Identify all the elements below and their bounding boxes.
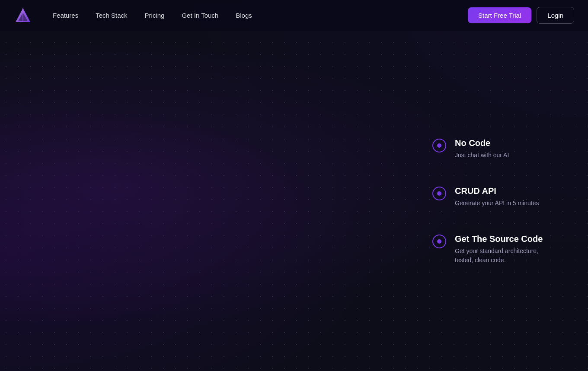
feature-crud-api: CRUD API Generate your API in 5 minutes	[432, 186, 567, 208]
nav-item-tech-stack[interactable]: Tech Stack	[96, 12, 127, 19]
logo-icon	[14, 6, 32, 25]
features-panel: No Code Just chat with our AI CRUD API G…	[424, 31, 588, 371]
no-code-description: Just chat with our AI	[455, 151, 509, 160]
crud-api-icon-wrap	[432, 187, 446, 200]
no-code-text: No Code Just chat with our AI	[455, 138, 509, 160]
crud-api-description: Generate your API in 5 minutes	[455, 199, 539, 208]
crud-api-title: CRUD API	[455, 186, 539, 196]
hero-panel	[0, 31, 424, 371]
source-code-description: Get your standard architecture, tested, …	[455, 247, 554, 265]
no-code-title: No Code	[455, 138, 509, 148]
nav-actions: Start Free Trial Login	[468, 7, 574, 24]
source-code-icon-inner	[437, 239, 441, 244]
feature-no-code: No Code Just chat with our AI	[432, 138, 567, 160]
source-code-text: Get The Source Code Get your standard ar…	[455, 234, 554, 265]
nav-item-pricing[interactable]: Pricing	[145, 12, 165, 19]
feature-source-code: Get The Source Code Get your standard ar…	[432, 234, 567, 265]
nav-item-get-in-touch[interactable]: Get In Touch	[182, 12, 218, 19]
nav-item-blogs[interactable]: Blogs	[236, 12, 252, 19]
source-code-icon-wrap	[432, 235, 446, 248]
crud-api-icon-inner	[437, 191, 441, 196]
source-code-icon	[432, 235, 446, 248]
nav-item-features[interactable]: Features	[53, 12, 78, 19]
crud-api-text: CRUD API Generate your API in 5 minutes	[455, 186, 539, 208]
no-code-icon	[432, 139, 446, 152]
main-content: No Code Just chat with our AI CRUD API G…	[0, 31, 588, 371]
login-button[interactable]: Login	[537, 7, 574, 24]
start-free-trial-button[interactable]: Start Free Trial	[468, 7, 531, 23]
navbar: Features Tech Stack Pricing Get In Touch…	[0, 0, 588, 31]
logo-link[interactable]	[14, 6, 32, 25]
no-code-icon-inner	[437, 143, 441, 148]
no-code-icon-wrap	[432, 139, 446, 152]
source-code-title: Get The Source Code	[455, 234, 554, 244]
crud-api-icon	[432, 187, 446, 200]
nav-links: Features Tech Stack Pricing Get In Touch…	[53, 12, 468, 19]
